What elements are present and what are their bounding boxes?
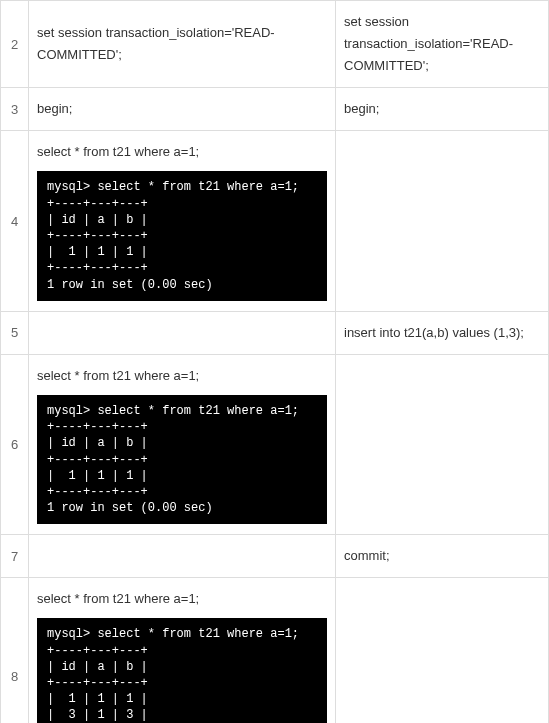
row-number: 6 bbox=[1, 354, 29, 534]
session-a-cell: select * from t21 where a=1; mysql> sele… bbox=[29, 354, 336, 534]
sql-statement: begin; bbox=[37, 98, 327, 120]
session-a-cell: set session transaction_isolation='READ-… bbox=[29, 1, 336, 88]
row-number: 3 bbox=[1, 88, 29, 131]
session-b-cell: set session transaction_isolation='READ-… bbox=[336, 1, 549, 88]
table-row: 3 begin; begin; bbox=[1, 88, 549, 131]
sql-session-table: 2 set session transaction_isolation='REA… bbox=[0, 0, 549, 723]
session-b-cell bbox=[336, 131, 549, 311]
session-b-cell: begin; bbox=[336, 88, 549, 131]
terminal-output: mysql> select * from t21 where a=1; +---… bbox=[37, 171, 327, 300]
sql-statement: select * from t21 where a=1; bbox=[37, 141, 327, 163]
sql-statement: begin; bbox=[344, 98, 540, 120]
sql-statement: set session transaction_isolation='READ-… bbox=[344, 11, 540, 77]
session-a-cell: select * from t21 where a=1; mysql> sele… bbox=[29, 131, 336, 311]
sql-statement: set session transaction_isolation='READ-… bbox=[37, 22, 327, 66]
row-number: 5 bbox=[1, 311, 29, 354]
row-number: 4 bbox=[1, 131, 29, 311]
sql-statement: select * from t21 where a=1; bbox=[37, 588, 327, 610]
session-a-cell: select * from t21 where a=1; mysql> sele… bbox=[29, 578, 336, 723]
terminal-output: mysql> select * from t21 where a=1; +---… bbox=[37, 395, 327, 524]
session-b-cell bbox=[336, 578, 549, 723]
session-a-cell bbox=[29, 535, 336, 578]
session-a-cell bbox=[29, 311, 336, 354]
table-row: 5 insert into t21(a,b) values (1,3); bbox=[1, 311, 549, 354]
table-row: 8 select * from t21 where a=1; mysql> se… bbox=[1, 578, 549, 723]
terminal-output: mysql> select * from t21 where a=1; +---… bbox=[37, 618, 327, 723]
table-row: 6 select * from t21 where a=1; mysql> se… bbox=[1, 354, 549, 534]
row-number: 8 bbox=[1, 578, 29, 723]
session-b-cell: insert into t21(a,b) values (1,3); bbox=[336, 311, 549, 354]
row-number: 7 bbox=[1, 535, 29, 578]
table-row: 7 commit; bbox=[1, 535, 549, 578]
table-row: 4 select * from t21 where a=1; mysql> se… bbox=[1, 131, 549, 311]
session-b-cell bbox=[336, 354, 549, 534]
sql-statement: insert into t21(a,b) values (1,3); bbox=[344, 322, 540, 344]
table-row: 2 set session transaction_isolation='REA… bbox=[1, 1, 549, 88]
row-number: 2 bbox=[1, 1, 29, 88]
sql-statement: select * from t21 where a=1; bbox=[37, 365, 327, 387]
session-a-cell: begin; bbox=[29, 88, 336, 131]
sql-statement: commit; bbox=[344, 545, 540, 567]
session-b-cell: commit; bbox=[336, 535, 549, 578]
